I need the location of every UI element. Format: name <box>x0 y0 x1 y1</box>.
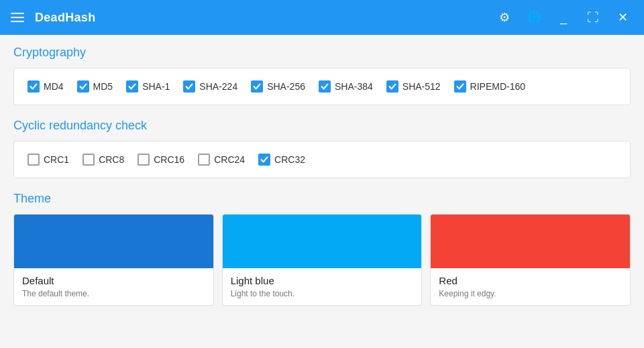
crc-checkbox-crc1[interactable]: CRC1 <box>28 154 69 166</box>
checkbox-box-crc24 <box>198 154 210 166</box>
cryptography-card: MD4 MD5 SHA-1 SHA-224 SHA-256 SHA-384 <box>13 68 631 105</box>
checkbox-label-md4: MD4 <box>44 81 64 92</box>
crypto-checkbox-sha512[interactable]: SHA-512 <box>386 80 441 93</box>
minimize-button[interactable]: _ <box>550 4 577 31</box>
crc-checkbox-crc32[interactable]: CRC32 <box>258 154 305 166</box>
titlebar-left: DeadHash <box>8 10 491 25</box>
checkbox-box-sha224 <box>183 80 195 93</box>
crypto-checkbox-md4[interactable]: MD4 <box>28 80 64 93</box>
checkbox-label-sha256: SHA-256 <box>267 81 305 92</box>
crypto-checkbox-sha384[interactable]: SHA-384 <box>319 80 373 93</box>
checkbox-label-crc24: CRC24 <box>214 154 245 165</box>
theme-color-red <box>431 215 630 268</box>
crypto-checkbox-sha256[interactable]: SHA-256 <box>251 80 305 93</box>
checkbox-label-sha512: SHA-512 <box>402 81 441 92</box>
theme-color-default <box>14 215 213 268</box>
checkbox-label-sha1: SHA-1 <box>142 81 170 92</box>
checkbox-label-crc8: CRC8 <box>99 154 124 165</box>
checkbox-box-sha384 <box>319 80 331 93</box>
checkbox-label-sha224: SHA-224 <box>199 81 237 92</box>
cryptography-algorithms: MD4 MD5 SHA-1 SHA-224 SHA-256 SHA-384 <box>28 80 616 93</box>
theme-info-default: Default The default theme. <box>14 268 213 305</box>
theme-info-light-blue: Light blue Light to the touch. <box>223 268 422 305</box>
theme-info-red: Red Keeping it edgy. <box>431 268 630 305</box>
crc-algorithms: CRC1 CRC8 CRC16 CRC24 CRC32 <box>28 154 616 166</box>
checkbox-label-crc32: CRC32 <box>274 154 305 165</box>
settings-button[interactable]: ⚙ <box>491 4 518 31</box>
checkbox-label-sha384: SHA-384 <box>335 81 373 92</box>
crc-checkbox-crc24[interactable]: CRC24 <box>198 154 245 166</box>
theme-cards: Default The default theme. Light blue Li… <box>13 214 631 306</box>
checkbox-label-crc1: CRC1 <box>44 154 69 165</box>
crypto-checkbox-ripemd160[interactable]: RIPEMD-160 <box>454 80 525 93</box>
checkbox-label-crc16: CRC16 <box>154 154 184 165</box>
crc-checkbox-crc8[interactable]: CRC8 <box>83 154 124 166</box>
main-content: Cryptography MD4 MD5 SHA-1 SHA-224 <box>0 35 644 348</box>
theme-color-light-blue <box>223 215 422 268</box>
app-title: DeadHash <box>35 11 95 25</box>
checkbox-box-crc8 <box>83 154 95 166</box>
theme-desc-light-blue: Light to the touch. <box>231 289 414 298</box>
crypto-checkbox-sha224[interactable]: SHA-224 <box>183 80 237 93</box>
checkbox-label-ripemd160: RIPEMD-160 <box>470 81 525 92</box>
cryptography-heading: Cryptography <box>13 46 631 60</box>
theme-heading: Theme <box>13 192 631 206</box>
checkbox-box-ripemd160 <box>454 80 466 93</box>
checkbox-box-crc16 <box>138 154 150 166</box>
theme-desc-default: The default theme. <box>22 289 205 298</box>
close-button[interactable]: ✕ <box>609 4 636 31</box>
titlebar: DeadHash ⚙ 🌐 _ ⛶ ✕ <box>0 0 644 35</box>
crypto-checkbox-sha1[interactable]: SHA-1 <box>126 80 170 93</box>
checkbox-box-crc32 <box>258 154 270 166</box>
theme-name-red: Red <box>439 275 622 286</box>
crc-heading: Cyclic redundancy check <box>13 119 631 133</box>
theme-desc-red: Keeping it edgy. <box>439 289 622 298</box>
titlebar-controls: ⚙ 🌐 _ ⛶ ✕ <box>491 4 636 31</box>
theme-name-default: Default <box>22 275 205 286</box>
checkbox-box-sha512 <box>386 80 398 93</box>
checkbox-box-md5 <box>77 80 89 93</box>
theme-card-red[interactable]: Red Keeping it edgy. <box>430 214 631 306</box>
crc-checkbox-crc16[interactable]: CRC16 <box>138 154 184 166</box>
checkbox-label-md5: MD5 <box>93 81 113 92</box>
theme-card-light-blue[interactable]: Light blue Light to the touch. <box>222 214 423 306</box>
crypto-checkbox-md5[interactable]: MD5 <box>77 80 113 93</box>
crc-card: CRC1 CRC8 CRC16 CRC24 CRC32 <box>13 141 631 178</box>
checkbox-box-sha1 <box>126 80 138 93</box>
menu-button[interactable] <box>8 10 27 25</box>
theme-card-default[interactable]: Default The default theme. <box>13 214 214 306</box>
theme-name-light-blue: Light blue <box>231 275 414 286</box>
maximize-button[interactable]: ⛶ <box>580 4 606 31</box>
checkbox-box-sha256 <box>251 80 263 93</box>
checkbox-box-md4 <box>28 80 40 93</box>
globe-button[interactable]: 🌐 <box>521 4 547 31</box>
checkbox-box-crc1 <box>28 154 40 166</box>
